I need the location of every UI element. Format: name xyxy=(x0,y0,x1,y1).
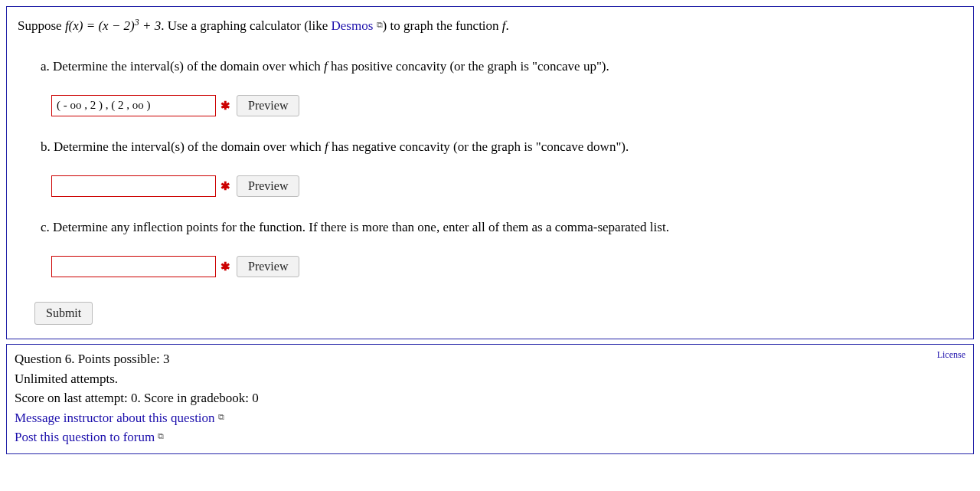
question-prompt: Suppose f(x) = (x − 2)3 + 3. Use a graph… xyxy=(18,16,962,36)
info-post-line: Post this question to forum ⧉ xyxy=(15,427,965,447)
part-c-input-row: ✱ Preview xyxy=(51,256,962,277)
question-info-container: License Question 6. Points possible: 3 U… xyxy=(6,344,974,454)
info-attempts: Unlimited attempts. xyxy=(15,369,965,389)
preview-button-c[interactable]: Preview xyxy=(237,256,299,277)
part-c-input[interactable] xyxy=(51,256,216,277)
external-link-icon: ⧉ xyxy=(158,430,164,443)
part-a-text: a. Determine the interval(s) of the doma… xyxy=(41,56,962,77)
prompt-after: . Use a graphing calculator (like xyxy=(161,18,331,33)
external-link-icon: ⧉ xyxy=(218,411,224,424)
message-instructor-link[interactable]: Message instructor about this question ⧉ xyxy=(15,411,224,425)
part-c-text: c. Determine any inflection points for t… xyxy=(41,217,962,237)
prompt-fx: f(x) = (x − 2) xyxy=(65,18,135,33)
prompt-plus3: + 3 xyxy=(139,18,161,33)
post-forum-link[interactable]: Post this question to forum ⧉ xyxy=(15,430,164,444)
desmos-link[interactable]: Desmos ⧉ xyxy=(332,18,383,33)
part-a-input[interactable] xyxy=(51,95,216,116)
part-b-input[interactable] xyxy=(51,175,216,197)
prompt-tail: ) to graph the function xyxy=(383,18,502,33)
preview-button-b[interactable]: Preview xyxy=(237,175,299,197)
license-link[interactable]: License xyxy=(937,348,965,362)
preview-button-a[interactable]: Preview xyxy=(237,95,299,116)
info-message-line: Message instructor about this question ⧉ xyxy=(15,408,965,428)
incorrect-icon: ✱ xyxy=(220,260,230,273)
prompt-period: . xyxy=(506,18,509,33)
prompt-prefix: Suppose xyxy=(18,18,65,33)
incorrect-icon: ✱ xyxy=(220,99,230,113)
question-container: Suppose f(x) = (x − 2)3 + 3. Use a graph… xyxy=(6,6,974,339)
part-a-input-row: ✱ Preview xyxy=(51,95,962,116)
submit-button[interactable]: Submit xyxy=(34,302,93,325)
incorrect-icon: ✱ xyxy=(220,179,230,193)
part-b-text: b. Determine the interval(s) of the doma… xyxy=(41,136,962,157)
info-scores: Score on last attempt: 0. Score in grade… xyxy=(15,388,965,408)
external-link-icon: ⧉ xyxy=(377,18,383,31)
info-question-points: Question 6. Points possible: 3 xyxy=(15,349,965,369)
part-b-input-row: ✱ Preview xyxy=(51,175,962,197)
